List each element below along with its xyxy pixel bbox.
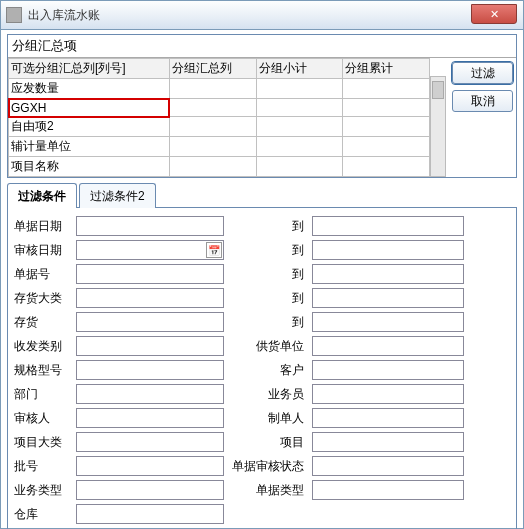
filter-input-right[interactable] — [312, 480, 464, 500]
filter-label-left: 业务类型 — [14, 482, 72, 499]
filter-row: 存货到 — [14, 312, 510, 332]
filter-input-left[interactable] — [76, 360, 224, 380]
filter-label-right: 到 — [228, 314, 308, 331]
table-row[interactable]: 项目名称 — [9, 157, 430, 177]
filter-label-right: 制单人 — [228, 410, 308, 427]
client-area: 分组汇总项 可选分组汇总列[列号]分组汇总列分组小计分组累计 应发数量GGXH自… — [0, 30, 524, 529]
filter-label-left: 单据号 — [14, 266, 72, 283]
table-cell[interactable]: 项目名称 — [9, 157, 170, 177]
filter-label-left: 部门 — [14, 386, 72, 403]
filter-button[interactable]: 过滤 — [452, 62, 513, 84]
filter-label-right: 单据类型 — [228, 482, 308, 499]
filter-input-left[interactable] — [76, 264, 224, 284]
column-header[interactable]: 分组汇总列 — [169, 59, 256, 79]
group-title: 分组汇总项 — [8, 35, 516, 58]
filter-input-left[interactable] — [76, 408, 224, 428]
table-cell[interactable] — [256, 99, 343, 117]
app-icon — [6, 7, 22, 23]
table-cell[interactable]: 辅计量单位 — [9, 137, 170, 157]
tab-filter2[interactable]: 过滤条件2 — [79, 183, 156, 208]
filter-label-right: 到 — [228, 218, 308, 235]
column-header[interactable]: 分组累计 — [343, 59, 430, 79]
filter-input-left[interactable] — [76, 336, 224, 356]
filter-label-right: 业务员 — [228, 386, 308, 403]
filter-input-right[interactable] — [312, 408, 464, 428]
calendar-icon[interactable]: 📅 — [206, 242, 222, 258]
filter-input-left[interactable] — [76, 216, 224, 236]
filter-row: 规格型号客户 — [14, 360, 510, 380]
table-cell[interactable] — [169, 117, 256, 137]
filter-input-right[interactable] — [312, 288, 464, 308]
filter-label-right: 到 — [228, 242, 308, 259]
titlebar: 出入库流水账 ✕ — [0, 0, 524, 30]
filter-label-right: 单据审核状态 — [228, 458, 308, 475]
close-button[interactable]: ✕ — [471, 4, 517, 24]
filter-label-left: 存货 — [14, 314, 72, 331]
window-title: 出入库流水账 — [28, 7, 100, 24]
filter-input-right[interactable] — [312, 312, 464, 332]
filter-row: 部门业务员 — [14, 384, 510, 404]
filter-row: 审核人制单人 — [14, 408, 510, 428]
column-header[interactable]: 可选分组汇总列[列号] — [9, 59, 170, 79]
filter-row: 单据日期到 — [14, 216, 510, 236]
filter-input-left[interactable] — [76, 384, 224, 404]
filter-input-right[interactable] — [312, 456, 464, 476]
filter-label-left: 批号 — [14, 458, 72, 475]
filter-input-left[interactable] — [76, 432, 224, 452]
table-cell[interactable] — [343, 99, 430, 117]
table-cell[interactable] — [169, 157, 256, 177]
column-header[interactable]: 分组小计 — [256, 59, 343, 79]
table-cell[interactable]: 自由项2 — [9, 117, 170, 137]
table-cell[interactable] — [169, 137, 256, 157]
table-cell[interactable] — [169, 99, 256, 117]
table-cell[interactable] — [343, 117, 430, 137]
filter-input-left[interactable] — [76, 480, 224, 500]
filter-row: 存货大类到 — [14, 288, 510, 308]
filter-row: 收发类别供货单位 — [14, 336, 510, 356]
filter-input-right[interactable] — [312, 384, 464, 404]
filter-label-left: 项目大类 — [14, 434, 72, 451]
filter-row: 批号单据审核状态 — [14, 456, 510, 476]
filter-input-right[interactable] — [312, 264, 464, 284]
table-row[interactable]: 辅计量单位 — [9, 137, 430, 157]
filter-input-right[interactable] — [312, 216, 464, 236]
filter-row: 单据号到 — [14, 264, 510, 284]
filter-label-right: 供货单位 — [228, 338, 308, 355]
filter-input-right[interactable] — [312, 360, 464, 380]
filter-input-left[interactable] — [76, 240, 224, 260]
table-scrollbar[interactable] — [430, 76, 446, 177]
filter-label-left: 存货大类 — [14, 290, 72, 307]
group-summary-box: 分组汇总项 可选分组汇总列[列号]分组汇总列分组小计分组累计 应发数量GGXH自… — [7, 34, 517, 178]
filter-label-left: 规格型号 — [14, 362, 72, 379]
table-cell[interactable] — [343, 79, 430, 99]
filter-label-left: 审核日期 — [14, 242, 72, 259]
filter-label-left: 仓库 — [14, 506, 72, 523]
table-row[interactable]: GGXH — [9, 99, 430, 117]
table-cell[interactable]: 应发数量 — [9, 79, 170, 99]
tabs: 过滤条件 过滤条件2 — [7, 182, 517, 208]
table-row[interactable]: 自由项2 — [9, 117, 430, 137]
table-cell[interactable] — [343, 137, 430, 157]
group-table[interactable]: 可选分组汇总列[列号]分组汇总列分组小计分组累计 应发数量GGXH自由项2辅计量… — [8, 58, 430, 177]
table-cell[interactable] — [256, 157, 343, 177]
table-cell[interactable] — [169, 79, 256, 99]
filter-input-left[interactable] — [76, 312, 224, 332]
table-cell[interactable]: GGXH — [9, 99, 170, 117]
table-cell[interactable] — [256, 137, 343, 157]
cancel-button[interactable]: 取消 — [452, 90, 513, 112]
filter-input-left[interactable] — [76, 456, 224, 476]
filter-input-left[interactable] — [76, 288, 224, 308]
table-cell[interactable] — [256, 79, 343, 99]
filter-input-right[interactable] — [312, 240, 464, 260]
filter-row: 业务类型单据类型 — [14, 480, 510, 500]
table-cell[interactable] — [343, 157, 430, 177]
table-row[interactable]: 应发数量 — [9, 79, 430, 99]
filter-input-right[interactable] — [312, 432, 464, 452]
table-cell[interactable] — [256, 117, 343, 137]
filter-label-right: 到 — [228, 290, 308, 307]
filter-row: 审核日期📅到 — [14, 240, 510, 260]
filter-input-left[interactable] — [76, 504, 224, 524]
filter-label-right: 项目 — [228, 434, 308, 451]
tab-filter1[interactable]: 过滤条件 — [7, 183, 77, 208]
filter-input-right[interactable] — [312, 336, 464, 356]
